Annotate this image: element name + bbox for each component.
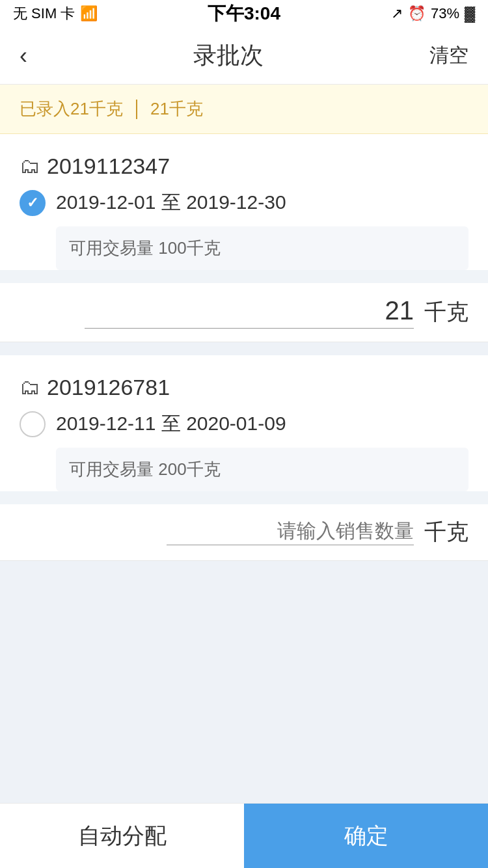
batch-item-1: 🗂 2019112347 2019-12-01 至 2019-12-30 可用交… <box>0 134 488 270</box>
quantity-underline-1 <box>85 296 414 329</box>
recorded-value: 21千克 <box>150 98 203 120</box>
radio-1[interactable] <box>20 190 46 216</box>
batch-number-2: 2019126781 <box>47 375 170 400</box>
back-button[interactable]: ‹ <box>20 42 27 70</box>
confirm-button[interactable]: 确定 <box>244 804 488 868</box>
batch-separator <box>0 342 488 355</box>
quantity-input-1[interactable] <box>85 296 414 325</box>
location-icon: ↗ <box>391 5 403 22</box>
batch-header-2: 🗂 2019126781 <box>20 375 468 400</box>
batch-date-row-2: 2019-12-11 至 2020-01-09 <box>20 411 468 437</box>
status-time: 下午3:04 <box>208 1 280 26</box>
battery-text: 73% <box>431 5 459 22</box>
batch-date-1: 2019-12-01 至 2019-12-30 <box>56 189 286 216</box>
quantity-unit-1: 千克 <box>424 297 468 327</box>
info-banner: 已录入21千克 21千克 <box>0 85 488 134</box>
batch-number-1: 2019112347 <box>47 154 170 179</box>
radio-2[interactable] <box>20 411 46 437</box>
page-title: 录批次 <box>193 40 264 72</box>
batch-icon-1: 🗂 <box>20 154 40 178</box>
wifi-icon: 📶 <box>80 5 98 22</box>
batch-date-2: 2019-12-11 至 2020-01-09 <box>56 411 286 437</box>
batch-date-row-1: 2019-12-01 至 2019-12-30 <box>20 189 468 216</box>
battery-icon: ▓ <box>465 5 475 22</box>
quantity-underline-2 <box>167 520 414 545</box>
batch-available-1: 可用交易量 100千克 <box>56 226 468 270</box>
batch-icon-2: 🗂 <box>20 375 40 400</box>
quantity-unit-2: 千克 <box>424 517 468 547</box>
nav-bar: ‹ 录批次 清空 <box>0 27 488 85</box>
quantity-input-2[interactable] <box>167 520 414 542</box>
recorded-label: 已录入21千克 <box>20 98 123 120</box>
batch-header-1: 🗂 2019112347 <box>20 154 468 179</box>
status-right: ↗ ⏰ 73% ▓ <box>391 5 475 22</box>
alarm-icon: ⏰ <box>408 5 426 22</box>
batch-item-2: 🗂 2019126781 2019-12-11 至 2020-01-09 可用交… <box>0 355 488 491</box>
clear-button[interactable]: 清空 <box>429 42 468 69</box>
batch-available-2: 可用交易量 200千克 <box>56 448 468 491</box>
quantity-row-1: 千克 <box>0 283 488 342</box>
bottom-bar: 自动分配 确定 <box>0 803 488 868</box>
banner-divider <box>136 100 137 119</box>
auto-distribute-button[interactable]: 自动分配 <box>0 804 244 868</box>
no-sim-text: 无 SIM 卡 <box>13 4 75 23</box>
quantity-row-2: 千克 <box>0 504 488 561</box>
status-bar: 无 SIM 卡 📶 下午3:04 ↗ ⏰ 73% ▓ <box>0 0 488 27</box>
empty-area <box>0 561 488 834</box>
status-left: 无 SIM 卡 📶 <box>13 4 98 23</box>
